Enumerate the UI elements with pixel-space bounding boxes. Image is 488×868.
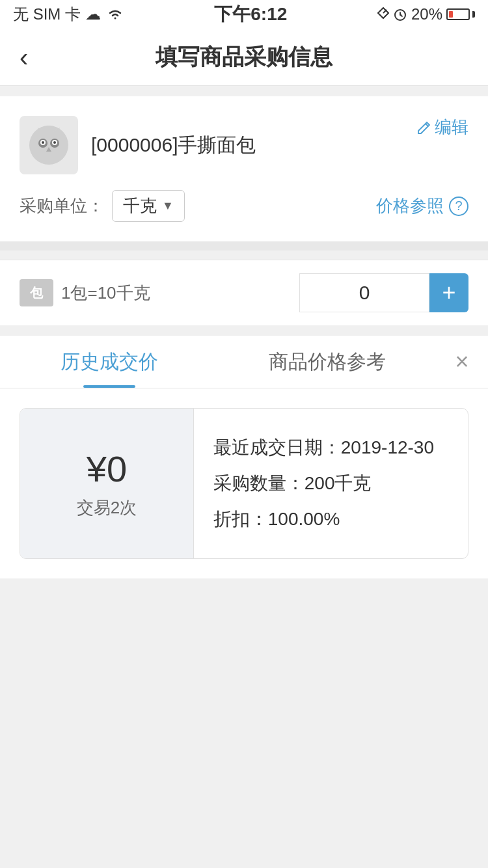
tab-product-price-ref[interactable]: 商品价格参考	[218, 336, 436, 388]
transaction-count: 交易2次	[77, 496, 137, 519]
edit-label: 编辑	[435, 116, 468, 139]
price-ref-button[interactable]: 价格参照 ?	[376, 195, 468, 217]
quantity-input[interactable]	[299, 273, 429, 312]
sim-label: 无 SIM 卡 ☁	[13, 4, 101, 25]
product-unit-row: 采购单位： 千克 ▼ 价格参照 ?	[20, 190, 468, 222]
nav-bar: ‹ 填写商品采购信息	[0, 29, 488, 86]
unit-select-dropdown[interactable]: 千克 ▼	[112, 190, 185, 222]
qty-label-group: 包 1包=10千克	[20, 279, 150, 306]
product-name: [0000006]手撕面包	[91, 132, 256, 159]
help-icon[interactable]: ?	[449, 197, 468, 216]
price-card-left: ¥0 交易2次	[20, 409, 194, 558]
battery-percent: 20%	[411, 5, 442, 23]
status-bar: 无 SIM 卡 ☁ 下午6:12 20%	[0, 0, 488, 29]
alarm-icon	[393, 7, 407, 21]
product-image-icon	[26, 122, 72, 168]
status-time: 下午6:12	[214, 2, 287, 27]
page-background	[0, 578, 488, 868]
price-ref-label: 价格参照	[376, 195, 444, 217]
bag-icon: 包	[20, 279, 53, 306]
price-card-right: 最近成交日期：2019-12-30 采购数量：200千克 折扣：100.00%	[194, 409, 468, 558]
bag-conversion-label: 1包=10千克	[61, 282, 150, 305]
status-right: 20%	[377, 5, 475, 23]
section-divider	[0, 241, 488, 251]
tabs-section: 历史成交价 商品价格参考 × ¥0 交易2次 最近成交日期：2019-12-30…	[0, 336, 488, 578]
location-icon	[377, 7, 389, 21]
wifi-icon	[106, 8, 124, 21]
page-title: 填写商品采购信息	[156, 42, 332, 72]
back-button[interactable]: ‹	[20, 44, 28, 70]
discount-row: 折扣：100.00%	[213, 506, 448, 532]
price-value: ¥0	[87, 448, 127, 490]
tab-content: ¥0 交易2次 最近成交日期：2019-12-30 采购数量：200千克 折扣：…	[0, 388, 488, 578]
svg-point-1	[29, 126, 68, 165]
recent-date-row: 最近成交日期：2019-12-30	[213, 435, 448, 460]
svg-point-7	[53, 141, 56, 144]
qty-plus-button[interactable]: +	[429, 273, 468, 312]
product-header: [0000006]手撕面包 编辑	[20, 116, 468, 174]
product-section: [0000006]手撕面包 编辑 采购单位： 千克 ▼ 价格参照 ?	[0, 96, 488, 241]
tab-close-button[interactable]: ×	[436, 336, 488, 388]
history-price-card: ¥0 交易2次 最近成交日期：2019-12-30 采购数量：200千克 折扣：…	[20, 408, 468, 559]
unit-value: 千克	[123, 195, 157, 217]
battery-icon	[446, 8, 475, 20]
quantity-section: 包 1包=10千克 +	[0, 260, 488, 325]
product-thumbnail	[20, 116, 78, 174]
svg-point-6	[42, 141, 44, 144]
tabs-header: 历史成交价 商品价格参考 ×	[0, 336, 488, 388]
status-left: 无 SIM 卡 ☁	[13, 4, 124, 25]
qty-input-group: +	[299, 273, 468, 312]
unit-label: 采购单位：	[20, 195, 104, 217]
edit-icon	[416, 120, 431, 135]
edit-button[interactable]: 编辑	[416, 116, 468, 139]
tab-history-price[interactable]: 历史成交价	[0, 336, 218, 388]
chevron-down-icon: ▼	[162, 199, 174, 213]
product-left: [0000006]手撕面包	[20, 116, 256, 174]
purchase-qty-row: 采购数量：200千克	[213, 470, 448, 496]
